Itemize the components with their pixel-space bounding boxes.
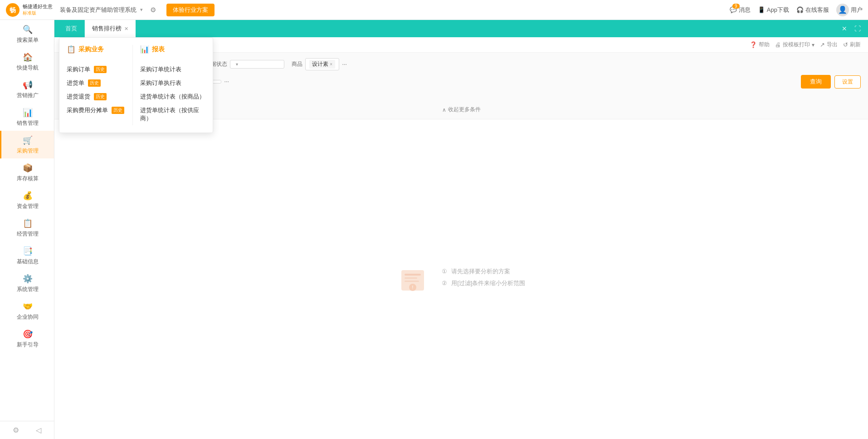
tab-sales-rank-label: 销售排行榜	[92, 25, 122, 33]
hint2-text: 用[过滤]条件来缩小分析范围	[451, 279, 525, 287]
system-settings-btn[interactable]: ⚙	[146, 4, 159, 16]
purchase-order-label: 采购订单	[67, 65, 90, 74]
hint2-num: ②	[442, 280, 447, 286]
sidebar-item-search[interactable]: 🔍 搜索菜单	[0, 20, 54, 48]
sidebar-item-sales[interactable]: 📊 销售管理	[0, 103, 54, 131]
menu-item-stock-in[interactable]: 进货单 历史	[67, 76, 132, 90]
print-arrow-icon: ▾	[812, 42, 814, 48]
query-button[interactable]: 查询	[801, 75, 831, 89]
goods-tag-close-btn[interactable]: ×	[330, 62, 332, 67]
collapse-btn[interactable]: ∧ 收起更多条件	[442, 106, 481, 113]
enterprise-icon: 🤝	[23, 301, 33, 311]
tab-sales-rank[interactable]: 销售排行榜 ✕	[85, 20, 136, 37]
svg-rect-3	[405, 274, 421, 276]
message-btn[interactable]: 💬 9 消息	[730, 6, 751, 14]
status-arrow-icon: ▾	[236, 62, 238, 67]
sidebar-item-purchase[interactable]: 🛒 采购管理	[0, 131, 54, 158]
avatar: 👤	[836, 4, 849, 16]
svg-rect-4	[405, 277, 417, 279]
svg-text:!: !	[412, 285, 413, 290]
export-label: 导出	[827, 41, 838, 49]
sidebar-label-operations: 经营管理	[17, 230, 39, 238]
sidebar-label-inventory: 库存核算	[17, 175, 39, 183]
refresh-label: 刷新	[850, 41, 861, 49]
sidebar-label-finance: 资金管理	[17, 202, 39, 210]
report-col-label: 报表	[152, 45, 165, 54]
sidebar-item-guide[interactable]: 🎯 新手引导	[0, 325, 54, 352]
empty-text: ① 请先选择要分析的方案 ② 用[过滤]条件来缩小分析范围	[442, 267, 528, 291]
app-download-btn[interactable]: 📱 App下载	[758, 6, 789, 14]
menu-item-purchase-order[interactable]: 采购订单 历史	[67, 63, 132, 76]
system-icon: ⚙️	[23, 274, 33, 284]
stock-in-hist: 历史	[88, 79, 101, 87]
online-service-btn[interactable]: 🎧 在线客服	[796, 6, 829, 14]
menu-item-stock-goods-stat[interactable]: 进货单统计表（按商品）	[140, 90, 206, 104]
print-btn[interactable]: 🖨 按模板打印 ▾	[775, 41, 814, 49]
empty-illustration: !	[395, 261, 431, 297]
goods-dots-btn[interactable]: ···	[342, 60, 346, 69]
purchase-order-hist: 历史	[94, 66, 107, 73]
sidebar-item-quick[interactable]: 🏠 快捷导航	[0, 48, 54, 75]
sidebar-item-marketing[interactable]: 📢 营销推广	[0, 75, 54, 103]
sidebar-item-system[interactable]: ⚙️ 系统管理	[0, 269, 54, 297]
export-btn[interactable]: ↗ 导出	[820, 41, 838, 49]
user-btn[interactable]: 👤 用户	[836, 4, 863, 16]
search-icon: 🔍	[23, 25, 33, 35]
industry-button[interactable]: 体验行业方案	[166, 4, 215, 16]
purchase-col-icon: 📋	[67, 45, 76, 54]
purchase-icon: 🛒	[23, 135, 33, 145]
goods-label: 商品	[292, 60, 302, 68]
menu-item-purchase-cost[interactable]: 采购费用分摊单 历史	[67, 104, 132, 117]
sidebar-item-inventory[interactable]: 📦 库存核算	[0, 158, 54, 186]
setting-button[interactable]: 设置	[834, 75, 861, 89]
help-icon: ❓	[750, 41, 757, 48]
tab-close-btn[interactable]: ✕	[124, 26, 128, 32]
sidebar-item-operations[interactable]: 📋 经营管理	[0, 214, 54, 242]
svg-rect-5	[405, 281, 419, 282]
stock-return-label: 进货退货	[67, 93, 90, 101]
sidebar-label-marketing: 营销推广	[17, 92, 39, 99]
sidebar-collapse-btn[interactable]: ◁	[36, 426, 41, 434]
home-icon: 🏠	[23, 52, 33, 62]
sidebar-item-finance[interactable]: 💰 资金管理	[0, 186, 54, 214]
menu-item-order-exec[interactable]: 采购订单执行表	[140, 76, 206, 90]
finance-icon: 💰	[23, 191, 33, 201]
sidebar-label-quick: 快捷导航	[17, 64, 39, 72]
order-exec-label: 采购订单执行表	[140, 79, 181, 87]
collapse-arrow-icon: ∧	[442, 107, 446, 113]
purchase-column-title: 📋 采购业务	[67, 45, 132, 57]
filter-goods: 商品 设计素 × ···	[292, 58, 346, 70]
empty-hint1: ① 请先选择要分析的方案	[442, 267, 528, 276]
guide-icon: 🎯	[23, 329, 33, 339]
message-badge: 9	[732, 4, 740, 9]
sidebar-item-basic[interactable]: 📑 基础信息	[0, 242, 54, 269]
purchase-cost-hist: 历史	[112, 107, 124, 114]
sidebar-item-enterprise[interactable]: 🤝 企业协同	[0, 297, 54, 325]
menu-item-order-stat[interactable]: 采购订单统计表	[140, 63, 206, 76]
tab-fullscreen-btn[interactable]: ⛶	[851, 25, 864, 32]
tab-bar: 首页 销售排行榜 ✕ ✕ ⛶	[54, 20, 868, 37]
goods-tag: 设计素 ×	[309, 60, 335, 69]
filter-status: 单据状态 ▾	[205, 60, 284, 69]
system-dropdown-arrow[interactable]: ▾	[140, 7, 143, 13]
refresh-btn[interactable]: ↺ 刷新	[843, 41, 861, 49]
sidebar-label-system: 系统管理	[17, 286, 39, 293]
help-btn[interactable]: ❓ 帮助	[750, 41, 770, 49]
stock-goods-stat-label: 进货单统计表（按商品）	[140, 93, 205, 101]
sidebar: 🔍 搜索菜单 🏠 快捷导航 📢 营销推广 📊 销售管理 🛒 采购管理 📦 库存核…	[0, 20, 54, 439]
svg-text:畅: 畅	[10, 6, 16, 14]
print-label: 按模板打印	[783, 41, 810, 49]
goods-input[interactable]: 设计素 ×	[305, 58, 339, 70]
stock-return-hist: 历史	[94, 93, 107, 100]
status-dropdown[interactable]: ▾	[230, 60, 284, 69]
headset-icon: 🎧	[796, 6, 804, 13]
sidebar-label-guide: 新手引导	[17, 341, 39, 349]
empty-state: ! ① 请先选择要分析的方案 ② 用[过滤]条件来缩小分析范围	[54, 119, 868, 439]
sidebar-label-basic: 基础信息	[17, 258, 39, 266]
tab-home[interactable]: 首页	[58, 20, 85, 37]
menu-item-stock-return[interactable]: 进货退货 历史	[67, 90, 132, 104]
salesperson-dots-btn[interactable]: ···	[224, 78, 229, 86]
tab-close-all-btn[interactable]: ✕	[838, 25, 851, 32]
menu-item-stock-supplier-stat[interactable]: 进货单统计表（按供应商）	[140, 104, 206, 125]
sidebar-settings-btn[interactable]: ⚙	[13, 426, 19, 434]
